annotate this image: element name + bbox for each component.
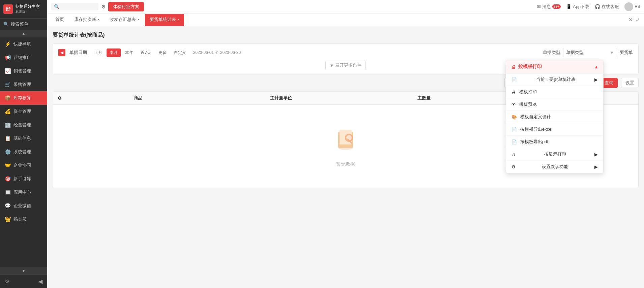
sidebar-nav: ⚡ 快捷导航 📢 营销推广 📈 销售管理 🛒 采购管理 📦 库存核算 💰 资金管… [0, 37, 47, 267]
tab-close-all-btn[interactable]: ✕ [628, 17, 633, 23]
bill-type-select[interactable]: 单据类型 ▼ [563, 48, 617, 57]
tab-receipt-summary[interactable]: 收发存汇总表 × [105, 14, 144, 26]
user-avatar[interactable]: Rit [624, 2, 640, 11]
tab-inventory-batch-close[interactable]: × [97, 18, 99, 22]
marketing-icon: 📢 [5, 55, 11, 61]
topbar: 🔍 ⚙ 体验行业方案 ✉ 消息 99+ 📱 App下载 🎧 在线客服 Rit [47, 0, 644, 13]
dropdown-title: 按模板打印 [518, 64, 542, 70]
footer-settings-icon[interactable]: ⚙ [5, 278, 9, 285]
finance-icon: 💰 [5, 108, 11, 115]
sidebar-item-system[interactable]: ⚙️ 系统管理 [0, 145, 47, 159]
topbar-gear-icon[interactable]: ⚙ [101, 4, 106, 10]
tab-home[interactable]: 首页 [51, 14, 69, 26]
dropdown-header-right: ▲ [594, 64, 598, 69]
date-btn-last-month[interactable]: 上月 [91, 49, 105, 57]
default-func-arrow: ▶ [594, 164, 598, 169]
sidebar-item-purchase[interactable]: 🛒 采购管理 [0, 78, 47, 91]
footer-collapse-icon[interactable]: ◀ [38, 278, 42, 285]
app-download-icon: 📱 [566, 4, 572, 9]
member-icon: 👑 [5, 216, 11, 222]
sidebar-item-guide[interactable]: 🎯 新手引导 [0, 172, 47, 186]
date-btn-this-month[interactable]: 本月 [107, 49, 121, 57]
search-label: 搜索菜单 [11, 21, 28, 27]
dropdown-item-template-design[interactable]: 🎨 模板自定义设计 [506, 111, 603, 123]
current-template-arrow: ▶ [594, 77, 598, 82]
empty-icon [332, 125, 359, 157]
date-range: 2023-06-01 至 2023-06-30 [193, 50, 241, 56]
page-content: 要货单统计表(按商品) ◀ 单据日期 上月 本月 本年 近7天 更多 自定义 2… [47, 26, 644, 288]
industry-btn[interactable]: 体验行业方案 [108, 2, 144, 11]
date-btn-this-year[interactable]: 本年 [122, 49, 136, 57]
sidebar: 好 畅捷通好生意 标准版 🔍 搜索菜单 ▲ ⚡ 快捷导航 📢 营销推广 📈 销售… [0, 0, 47, 288]
sidebar-item-label: 企业微信 [13, 203, 31, 209]
template-preview-label: 模板预览 [519, 101, 598, 107]
date-label: 单据日期 [69, 50, 87, 56]
settings-btn[interactable]: 设置 [621, 78, 639, 88]
expand-icon: ▼ [330, 63, 334, 68]
sidebar-item-sales[interactable]: 📈 销售管理 [0, 64, 47, 78]
display-print-label: 按显示打印 [544, 151, 566, 157]
online-service-action[interactable]: 🎧 在线客服 [595, 4, 619, 10]
tabbar-right: ✕ ⤢ [628, 17, 644, 23]
sidebar-scroll-down[interactable]: ▼ [0, 267, 47, 275]
date-btn-group: 上月 本月 本年 近7天 更多 自定义 [91, 49, 189, 57]
th-product: 商品 [66, 95, 209, 101]
sidebar-item-label: 经营管理 [13, 122, 31, 128]
message-icon: ✉ [537, 4, 541, 9]
filter-right-group: 单据类型 单据类型 ▼ 要货单 [543, 48, 633, 57]
dropdown-item-template-preview[interactable]: 👁 模板预览 [506, 98, 603, 111]
dropdown-item-export-pdf[interactable]: 📄 按模板导出pdf [506, 136, 603, 148]
sidebar-item-apps[interactable]: 🔲 应用中心 [0, 186, 47, 199]
query-label: 查询 [605, 80, 613, 86]
dropdown-item-template-print[interactable]: 🖨 模板打印 [506, 86, 603, 98]
current-template-icon: 📄 [511, 77, 517, 82]
topbar-search-input[interactable] [61, 4, 91, 9]
user-name: Rit [635, 4, 640, 9]
bill-type-label: 单据类型 [543, 50, 560, 56]
sidebar-item-operation[interactable]: 🏢 经营管理 [0, 118, 47, 132]
dropdown-collapse-icon[interactable]: ▲ [594, 64, 598, 69]
sidebar-item-inventory[interactable]: 📦 库存核算 [0, 91, 47, 105]
sidebar-item-label: 系统管理 [13, 149, 31, 155]
sidebar-item-label: 快捷导航 [13, 41, 31, 47]
sidebar-item-member[interactable]: 👑 畅会员 [0, 213, 47, 226]
tab-order-stats[interactable]: 要货单统计表 × [145, 14, 184, 26]
sidebar-item-marketing[interactable]: 📢 营销推广 [0, 51, 47, 64]
sidebar-item-wechat[interactable]: 💬 企业微信 [0, 199, 47, 213]
dropdown-title-group: 🖨 按模板打印 [511, 64, 542, 70]
template-preview-icon: 👁 [511, 102, 516, 107]
tab-receipt-summary-close[interactable]: × [137, 18, 139, 22]
sidebar-item-collab[interactable]: 🤝 企业协同 [0, 159, 47, 172]
tab-maximize-btn[interactable]: ⤢ [636, 17, 640, 23]
collab-icon: 🤝 [5, 162, 11, 168]
date-btn-custom[interactable]: 自定义 [171, 49, 189, 57]
sidebar-item-finance[interactable]: 💰 资金管理 [0, 105, 47, 118]
sidebar-scroll-up[interactable]: ▲ [0, 30, 47, 37]
topbar-search-box[interactable]: 🔍 [51, 3, 98, 10]
expand-conditions-btn[interactable]: ▼ 展开更多条件 [325, 61, 366, 70]
sidebar-item-quick-nav[interactable]: ⚡ 快捷导航 [0, 37, 47, 51]
sidebar-search[interactable]: 🔍 搜索菜单 [0, 19, 47, 30]
dropdown-current-template[interactable]: 📄 当前：要货单统计表 ▶ [506, 73, 603, 86]
svg-point-4 [346, 135, 352, 140]
dropdown-display-print[interactable]: 🖨 按显示打印 ▶ [506, 148, 603, 161]
filter-collapse-btn[interactable]: ◀ [58, 49, 65, 56]
template-print-icon: 🖨 [511, 90, 516, 95]
sidebar-item-label: 企业协同 [13, 162, 31, 168]
messages-action[interactable]: ✉ 消息 99+ [537, 4, 561, 10]
purchase-icon: 🛒 [5, 82, 11, 88]
tab-inventory-batch-label: 库存批次账 [74, 17, 96, 23]
date-btn-more[interactable]: 更多 [155, 49, 170, 57]
th-gear[interactable]: ⚙ [53, 96, 66, 101]
expand-label: 展开更多条件 [335, 62, 361, 68]
export-excel-label: 按模板导出excel [520, 126, 598, 132]
dropdown-default-func[interactable]: ⚙ 设置默认功能 ▶ [506, 161, 603, 173]
dropdown-item-export-excel[interactable]: 📄 按模板导出excel [506, 123, 603, 136]
current-template-label: 当前：要货单统计表 [536, 76, 576, 83]
sidebar-item-basic[interactable]: 📋 基础信息 [0, 132, 47, 145]
empty-text: 暂无数据 [336, 161, 355, 167]
tab-order-stats-close[interactable]: × [177, 18, 179, 22]
tab-inventory-batch[interactable]: 库存批次账 × [69, 14, 104, 26]
date-btn-7days[interactable]: 近7天 [138, 49, 154, 57]
app-download-action[interactable]: 📱 App下载 [566, 4, 589, 10]
